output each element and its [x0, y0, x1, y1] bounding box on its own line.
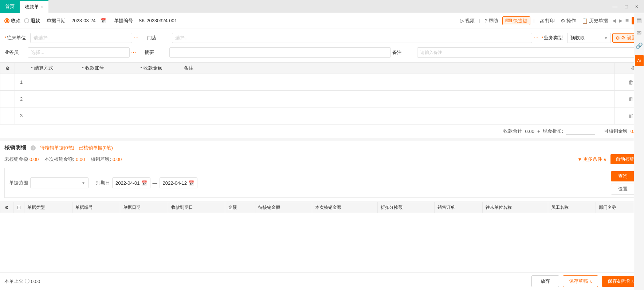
row-2-account[interactable]: [79, 91, 137, 107]
save-draft-btn[interactable]: 保存草稿 ∧: [563, 275, 598, 287]
sub-col-current: 本次核销金额: [312, 202, 377, 213]
operation-label: 操作: [566, 17, 576, 24]
range-chevron: ▼: [82, 181, 85, 185]
counterpart-more[interactable]: ···: [134, 35, 138, 41]
shortcut-btn[interactable]: ⌨ 快捷键: [502, 16, 530, 25]
row-1-settle[interactable]: [28, 74, 79, 91]
counterpart-label: 往来单位: [7, 35, 29, 41]
shortcut-label: 快捷键: [513, 17, 527, 24]
window-maximize[interactable]: □: [623, 3, 630, 10]
due-date-start[interactable]: 2022-04-01 📅: [112, 177, 150, 188]
info-icon[interactable]: i: [31, 145, 36, 150]
help-icon: ?: [484, 18, 487, 24]
summary-input[interactable]: [169, 47, 390, 58]
row-2-remark[interactable]: [181, 91, 615, 107]
tab-receipt[interactable]: 收款单 ×: [20, 0, 48, 13]
current-label: 本次核销金额:: [44, 156, 74, 162]
settings-icon: ⚙: [5, 66, 10, 71]
radio-receive[interactable]: 收款: [4, 17, 20, 24]
total-value: 0.00: [525, 129, 534, 134]
query-btn[interactable]: 查询: [611, 171, 635, 181]
store-more[interactable]: ···: [534, 35, 538, 41]
window-minimize[interactable]: —: [610, 3, 620, 10]
main-content: 收款 退款 单据日期 2023-03-24 📅 单据编号 SK-20230324…: [0, 13, 644, 290]
radio-refund[interactable]: 退款: [24, 17, 40, 24]
biz-type-field: * 业务类型 预收款 ▼ ⚙ ⚙ 设置: [541, 33, 640, 43]
panel-icon-1[interactable]: ▤: [636, 17, 642, 24]
more-conditions-btn[interactable]: ▼ 更多条件 ∧: [577, 156, 607, 162]
row-1-delete-btn[interactable]: 🗑: [628, 79, 634, 85]
table-row: 1 🗑 ⊕: [0, 74, 644, 91]
row-1-remark[interactable]: [181, 74, 615, 91]
sub-col-settings[interactable]: ⚙: [0, 202, 13, 213]
note-input[interactable]: 请输入备注: [417, 47, 638, 58]
sub-col-doc-date: 单据日期: [120, 202, 168, 213]
sub-col-checkbox[interactable]: ☐: [13, 202, 24, 213]
nav-prev[interactable]: ◀: [612, 18, 616, 23]
help-btn[interactable]: ? 帮助: [483, 17, 499, 25]
right-panel: ▤ ✉ 🔗 Ai: [634, 13, 644, 290]
range-select[interactable]: ▼: [30, 177, 89, 188]
tab-home-label: 首页: [5, 3, 15, 10]
row-2-amount[interactable]: [137, 91, 181, 107]
radio-refund-label: 退款: [31, 17, 40, 24]
panel-icon-2[interactable]: ✉: [637, 30, 641, 36]
history-btn[interactable]: 📋 历史单据: [580, 17, 609, 25]
biz-required: *: [541, 35, 543, 41]
filter-settings-btn[interactable]: 设置: [611, 184, 635, 195]
tab-receipt-close[interactable]: ×: [41, 5, 43, 9]
counterpart-input[interactable]: 请选择...: [30, 33, 132, 43]
biz-type-select[interactable]: 预收款 ▼: [567, 33, 611, 43]
view-list-icon[interactable]: ≡: [625, 17, 629, 24]
print-btn[interactable]: 🖨 打印: [538, 17, 556, 25]
diff-value: 0.00: [113, 157, 122, 162]
sub-col-due-date: 收款到期日: [168, 202, 225, 213]
row-1-account[interactable]: [79, 74, 137, 91]
store-input[interactable]: 选择...: [172, 33, 532, 43]
sub-col-doc-type: 单据类型: [24, 202, 72, 213]
doc-date-label: 单据日期: [47, 17, 66, 24]
col-header-settings[interactable]: ⚙: [0, 63, 15, 74]
row-3-delete-btn[interactable]: 🗑: [628, 113, 634, 119]
tab-home[interactable]: 首页: [0, 0, 20, 13]
current-value: 0.00: [76, 157, 85, 162]
row-3-account[interactable]: [79, 107, 137, 124]
row-3-amount[interactable]: [137, 107, 181, 124]
counterpart-placeholder: 请选择...: [34, 35, 52, 41]
shortcut-icon: ⌨: [505, 18, 512, 23]
range-filter: 单据范围 ▼: [9, 177, 89, 188]
video-btn[interactable]: ▷ 视频: [459, 17, 476, 25]
save-new-label: 保存&新增: [608, 278, 630, 285]
total-label: 收款合计: [503, 128, 522, 134]
discount-input[interactable]: [566, 128, 595, 135]
equals-sign: =: [598, 129, 601, 134]
date-separator: —: [153, 180, 157, 186]
discard-btn[interactable]: 放弃: [531, 275, 559, 287]
row-1-amount[interactable]: [137, 74, 181, 91]
calendar-icon[interactable]: 📅: [100, 18, 106, 23]
verify-header: 核销明细 i 待核销单据(0笔) 已核销单据(0笔): [4, 144, 640, 151]
radio-refund-dot: [24, 18, 29, 23]
col-header-amount: * 收款金额: [137, 63, 181, 74]
window-close[interactable]: ×: [633, 3, 640, 10]
unverified-stat: 未核销金额 0.00: [4, 156, 39, 162]
row-3-settle[interactable]: [28, 107, 79, 124]
salesperson-more[interactable]: ···: [131, 49, 136, 56]
row-2-delete-btn[interactable]: 🗑: [628, 96, 634, 102]
ai-panel-btn[interactable]: Ai: [635, 55, 644, 66]
table-row: 2 🗑 ⊕: [0, 91, 644, 107]
row-2-settle[interactable]: [28, 91, 79, 107]
salesperson-input[interactable]: 选择...: [28, 47, 130, 58]
nav-next[interactable]: ▶: [619, 18, 623, 23]
biz-type-label: 业务类型: [544, 35, 566, 41]
row-2-num: 2: [15, 91, 28, 107]
done-tab[interactable]: 已核销单据(0笔): [79, 145, 113, 151]
operation-btn[interactable]: ⚙ 操作: [559, 17, 577, 25]
pending-tab[interactable]: 待核销单据(0笔): [40, 145, 74, 151]
panel-icon-3[interactable]: 🔗: [636, 42, 643, 49]
operation-icon: ⚙: [561, 18, 565, 24]
stat-info-icon[interactable]: ⓘ: [25, 278, 30, 285]
due-date-end[interactable]: 2022-04-12 📅: [160, 177, 198, 188]
row-3-remark[interactable]: [181, 107, 615, 124]
toolbar-actions: ▷ 视频 | ? 帮助 ⌨ 快捷键 | 🖨 打印 ⚙ 操作 📋: [459, 16, 640, 25]
